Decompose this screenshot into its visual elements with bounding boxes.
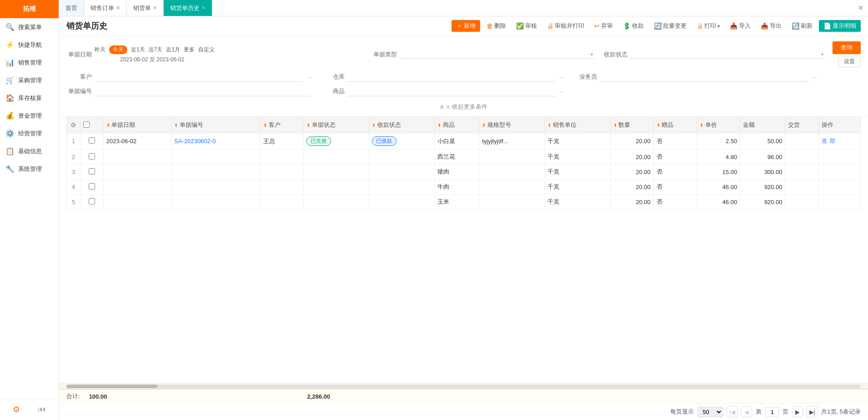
table-col-docnum[interactable]: ⬆ 单据编号 [171,117,261,133]
table-col-collect-status[interactable]: ⬆ 收款状态 [369,117,435,133]
abandon-button[interactable]: ↩ 弃审 [591,20,617,32]
date-opt-custom[interactable]: 自定义 [198,46,215,54]
refresh-button[interactable]: 🔃 刷新 [788,20,816,32]
filter-salesperson-dots-icon[interactable]: ··· [812,74,817,80]
filter-warehouse-input[interactable] [347,72,556,82]
date-opt-more[interactable]: 更多 [184,46,195,54]
filter-customer-input[interactable] [95,72,303,82]
cell-check[interactable] [80,150,104,165]
sidebar-item-sys-mgmt[interactable]: 🔧 系统管理 [0,160,59,178]
date-opt-1day[interactable]: 近1天 [131,46,145,54]
filter-salesperson-input[interactable] [600,72,808,82]
cell-customer [261,195,304,210]
row-checkbox[interactable] [89,137,95,144]
query-button[interactable]: 查询 [833,41,861,54]
new-button[interactable]: ＋ 新增 [452,20,480,32]
review-print-button[interactable]: 🖨 审核并打印 [543,20,588,32]
table-col-spec[interactable]: ⬆ 规格型号 [479,117,545,133]
table-col-doc-status[interactable]: ⬆ 单据状态 [304,117,369,133]
table-gear-icon[interactable]: ⚙ [70,121,76,129]
sidebar-item-label: 基础信息 [18,147,42,155]
show-detail-button[interactable]: 📄 显示明细 [819,20,861,32]
scrollbar-thumb[interactable] [66,385,157,388]
tabs-close-all[interactable]: ✕ [858,4,868,12]
table-checkbox-header[interactable] [80,117,104,133]
batch-change-button[interactable]: 🔄 批量变更 [650,20,690,32]
sidebar-item-purchase-mgmt[interactable]: 🛒 采购管理 [0,71,59,89]
filter-collapse-row[interactable]: ∧ ∧ 收起更多条件 [66,101,861,115]
cell-check[interactable] [80,133,104,150]
cell-check[interactable] [80,195,104,210]
filter-setting-button[interactable]: 设置 [838,56,861,67]
filter-goods-input[interactable] [347,86,556,96]
table-col-unit[interactable]: ⬆ 销售单位 [545,117,610,133]
sort-date-icon: ⬆ [106,123,110,128]
filter-doctype-select[interactable]: ▾ [400,50,595,59]
table-col-date[interactable]: ⬆ 单据日期 [103,117,171,133]
tab-sales-delivery-close-icon[interactable]: ✕ [153,5,157,11]
collect-button[interactable]: 💲 收款 [619,20,647,32]
tab-home[interactable]: 首页 [59,0,84,16]
first-page-button[interactable]: |◀ [727,406,738,417]
row-checkbox[interactable] [89,153,95,160]
cell-collect-status [369,195,435,210]
filter-goods-dots-icon[interactable]: ··· [560,88,565,95]
table-col-delivery[interactable]: 交货 [785,117,818,133]
cell-goods: 小白菜 [435,133,479,150]
sidebar-item-ops-mgmt[interactable]: ⚙️ 经营管理 [0,125,59,142]
import-button[interactable]: 📥 导入 [726,20,754,32]
sidebar-item-inventory[interactable]: 🏠 库存核算 [0,89,59,107]
date-opt-yesterday[interactable]: 昨天 [95,46,105,54]
page-size-select[interactable]: 50 100 200 [697,407,723,417]
prev-page-button[interactable]: ◀ [741,406,752,417]
tab-sales-delivery[interactable]: 销货单 ✕ [127,0,164,16]
current-page-input[interactable] [765,407,779,417]
action-link[interactable]: 览 [822,138,827,144]
row-checkbox[interactable] [89,198,95,205]
filter-collect-status-select[interactable]: ▾ [630,50,825,59]
sidebar-item-label: 搜索菜单 [18,23,42,31]
cell-spec [479,195,545,210]
print-button[interactable]: 🖨 打印 ▾ [693,20,723,32]
sidebar-item-search-menu[interactable]: 🔍 搜索菜单 [0,18,59,36]
table-gear-header[interactable]: ⚙ [67,117,80,133]
select-all-checkbox[interactable] [83,121,90,128]
sidebar-collapse-icon[interactable]: ⏮ [38,405,46,415]
doc-number-link[interactable]: SA-20230602-0 [174,138,216,145]
sidebar-item-sales-mgmt[interactable]: 📊 销售管理 [0,54,59,71]
table-col-price[interactable]: ⬆ 单价 [697,117,740,133]
row-checkbox[interactable] [89,168,95,175]
delete-button[interactable]: 🗑 删除 [483,20,510,32]
date-opt-today[interactable]: 今天 [109,45,127,54]
tab-sales-order[interactable]: 销售订单 ✕ [84,0,127,16]
next-page-button[interactable]: ▶ [792,406,803,417]
filter-customer-dots-icon[interactable]: ··· [307,74,312,80]
sidebar-item-label: 资金管理 [18,112,42,120]
cell-check[interactable] [80,180,104,195]
review-button[interactable]: ✅ 审核 [512,20,541,32]
date-opt-7day[interactable]: 近7天 [149,46,163,54]
date-opt-1month[interactable]: 近1月 [166,46,180,54]
sales-mgmt-icon: 📊 [5,58,15,67]
sidebar-item-finance-mgmt[interactable]: 💰 资金管理 [0,107,59,125]
table-col-amount[interactable]: 金额 [740,117,785,133]
table-col-qty[interactable]: ⬆ 数量 [610,117,653,133]
last-page-button[interactable]: ▶| [807,406,818,417]
tab-sales-history-close-icon[interactable]: ✕ [201,5,206,11]
cell-check[interactable] [80,165,104,180]
tab-sales-history[interactable]: 销货单历史 ✕ [164,0,212,16]
filter-docnum-input[interactable] [95,86,312,96]
action-link[interactable]: 部 [830,138,835,144]
tab-sales-order-close-icon[interactable]: ✕ [116,5,120,11]
sidebar-item-quick-nav[interactable]: ⚡ 快捷导航 [0,36,59,54]
sidebar-settings-icon[interactable]: ⚙ [13,405,20,415]
export-button[interactable]: 📤 导出 [757,20,785,32]
table-scrollbar[interactable] [59,383,868,389]
table-col-goods[interactable]: ⬆ 商品 [435,117,479,133]
row-checkbox[interactable] [89,183,95,190]
sidebar-item-basic-info[interactable]: 📋 基础信息 [0,142,59,160]
filter-goods-label: 商品 [319,87,345,95]
table-col-customer[interactable]: ⬆ 客户 [261,117,304,133]
table-col-gift[interactable]: ⬆ 赠品 [653,117,697,133]
filter-warehouse-dots-icon[interactable]: ··· [560,74,565,80]
